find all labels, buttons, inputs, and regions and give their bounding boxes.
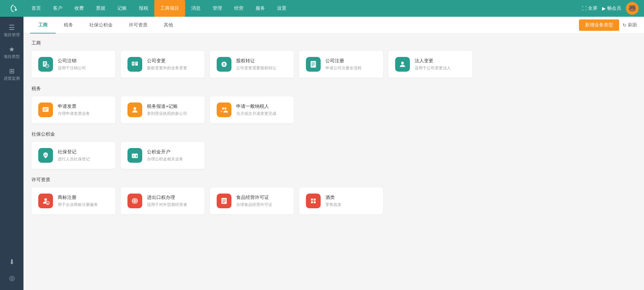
card-legal-person-change[interactable]: 法人变更 适用于公司变更法人 bbox=[388, 51, 472, 78]
card-icon-company-change bbox=[127, 57, 142, 72]
card-food-license[interactable]: 食品经营许可证 办理食品经营许可证 bbox=[210, 188, 294, 214]
nav-manage[interactable]: 管理 bbox=[207, 0, 228, 17]
section-tax: 税务 申请发票 办理申请发票业务 bbox=[32, 86, 636, 123]
sidebar-bottom: ⬇ ◎ bbox=[5, 255, 18, 290]
nav-industry[interactable]: 工商项目 bbox=[154, 0, 185, 17]
card-social-security-register[interactable]: 社保登记 进行人员社保登记 bbox=[32, 142, 115, 169]
top-nav-right: ⛶ 全屏 ▶ 畅会员 🐻 bbox=[582, 2, 639, 15]
tab-bar: 工商 税务 社保公积金 许可资质 其他 新增业务类型 ↻ 刷新 bbox=[23, 17, 644, 33]
nav-operation[interactable]: 经营 bbox=[228, 0, 250, 17]
svg-rect-26 bbox=[132, 154, 138, 155]
sidebar-item-progress[interactable]: ⊞ 进度监测 bbox=[0, 64, 23, 85]
main-layout: ☰ 项目管理 ★ 项目类型 ⊞ 进度监测 ⬇ ◎ 工商 税务 社保公 bbox=[0, 17, 644, 290]
svg-rect-42 bbox=[314, 199, 316, 201]
add-type-button[interactable]: 新增业务类型 bbox=[579, 19, 619, 31]
svg-point-18 bbox=[401, 62, 404, 64]
download-icon: ⬇ bbox=[9, 258, 15, 266]
sidebar-item-project-type[interactable]: ★ 项目类型 bbox=[0, 42, 23, 64]
nav-accounting[interactable]: 记账 bbox=[111, 0, 133, 17]
download-button[interactable]: ⬇ bbox=[5, 255, 18, 269]
vip-label: 畅会员 bbox=[607, 5, 621, 11]
card-title: 申请一般纳税人 bbox=[236, 103, 276, 110]
card-desc: 办理公积金相关业务 bbox=[147, 156, 183, 162]
svg-rect-44 bbox=[314, 201, 316, 203]
nav-settings[interactable]: 设置 bbox=[271, 0, 292, 17]
card-text-import-export: 进出口权办理 适用于对外贸易经营者 bbox=[147, 195, 187, 208]
nav-tax[interactable]: 报税 bbox=[133, 0, 154, 17]
nav-client[interactable]: 客户 bbox=[47, 0, 68, 17]
nav-items: 首页 客户 收费 票据 记账 报税 工商项目 消息 管理 经营 服务 设置 bbox=[25, 0, 582, 17]
nav-message[interactable]: 消息 bbox=[185, 0, 207, 17]
tab-other[interactable]: 其他 bbox=[156, 17, 181, 33]
card-text-legal-person-change: 法人变更 适用于公司变更法人 bbox=[415, 58, 451, 71]
section-title-tax: 税务 bbox=[32, 86, 636, 92]
sidebar-item-label: 项目类型 bbox=[4, 54, 20, 60]
svg-point-22 bbox=[133, 107, 136, 110]
card-text-alcohol: 酒类 零售批发 bbox=[325, 195, 341, 208]
card-equity-transfer[interactable]: ¥ 股权转让 公司变更需要股权转让 bbox=[210, 51, 294, 78]
location-button[interactable]: ◎ bbox=[5, 271, 18, 285]
nav-service[interactable]: 服务 bbox=[250, 0, 271, 17]
location-icon: ◎ bbox=[9, 274, 15, 282]
content-area: 工商 税务 社保公积金 许可资质 其他 新增业务类型 ↻ 刷新 工商 bbox=[23, 17, 644, 290]
project-manage-icon: ☰ bbox=[9, 24, 15, 31]
sidebar-item-project-manage[interactable]: ☰ 项目管理 bbox=[0, 20, 23, 42]
card-text-social-security-register: 社保登记 进行人员社保登记 bbox=[58, 149, 90, 162]
card-provident-fund-open[interactable]: 公积金开户 办理公积金相关业务 bbox=[121, 142, 205, 169]
svg-point-24 bbox=[224, 107, 226, 110]
card-text-company-cancel: 公司注销 适用于注销公司 bbox=[58, 58, 86, 71]
card-company-cancel[interactable]: 公司注销 适用于注销公司 bbox=[32, 51, 115, 78]
nav-home[interactable]: 首页 bbox=[25, 0, 47, 17]
card-apply-invoice[interactable]: 申请发票 办理申请发票业务 bbox=[32, 96, 115, 123]
svg-point-23 bbox=[222, 107, 224, 110]
card-desc: 股权变更外的业务变更 bbox=[147, 65, 187, 71]
card-trademark-register[interactable]: R 商标注册 用于企业商标注册服务 bbox=[32, 188, 115, 214]
card-text-trademark-register: 商标注册 用于企业商标注册服务 bbox=[58, 195, 98, 208]
logo bbox=[5, 4, 22, 13]
tab-bar-actions: 新增业务类型 ↻ 刷新 bbox=[579, 19, 637, 31]
card-import-export[interactable]: 进出口权办理 适用于对外贸易经营者 bbox=[121, 188, 205, 214]
top-navigation: 首页 客户 收费 票据 记账 报税 工商项目 消息 管理 经营 服务 设置 ⛶ … bbox=[0, 0, 644, 17]
cards-grid-industry: 公司注销 适用于注销公司 bbox=[32, 51, 636, 78]
svg-rect-37 bbox=[221, 198, 227, 204]
card-company-register[interactable]: 公司注册 申请公司注册全流程 bbox=[299, 51, 383, 78]
card-icon-apply-invoice bbox=[38, 102, 53, 117]
tab-license[interactable]: 许可资质 bbox=[121, 17, 156, 33]
section-title-industry: 工商 bbox=[32, 40, 636, 46]
card-alcohol[interactable]: 酒类 零售批发 bbox=[299, 188, 383, 214]
card-text-apply-invoice: 申请发票 办理申请发票业务 bbox=[58, 103, 90, 117]
nav-fee[interactable]: 收费 bbox=[68, 0, 90, 17]
card-icon-food-license bbox=[217, 194, 231, 208]
sidebar-item-label: 进度监测 bbox=[4, 76, 20, 81]
nav-bill[interactable]: 票据 bbox=[90, 0, 111, 17]
refresh-button[interactable]: ↻ 刷新 bbox=[623, 22, 637, 28]
card-tax-report-accounting[interactable]: 税务报道+记账 拿到营业执照的新公司 bbox=[121, 96, 205, 123]
card-icon-import-export bbox=[127, 194, 142, 208]
refresh-icon: ↻ bbox=[623, 22, 627, 28]
card-icon-apply-general-taxpayer bbox=[217, 102, 231, 117]
card-desc: 拿到营业执照的新公司 bbox=[147, 111, 187, 117]
card-apply-general-taxpayer[interactable]: 申请一般纳税人 当月或次月成变更完成 bbox=[210, 96, 294, 123]
card-desc: 零售批发 bbox=[325, 202, 341, 208]
mascot-avatar[interactable]: 🐻 bbox=[626, 2, 639, 15]
fullscreen-button[interactable]: ⛶ 全屏 bbox=[582, 5, 597, 11]
card-title: 法人变更 bbox=[415, 58, 451, 64]
svg-point-0 bbox=[15, 9, 17, 11]
tab-tax[interactable]: 税务 bbox=[56, 17, 81, 33]
card-desc: 适用于对外贸易经营者 bbox=[147, 202, 187, 208]
svg-rect-8 bbox=[135, 62, 138, 66]
scroll-content[interactable]: 工商 bbox=[23, 33, 644, 290]
card-desc: 当月或次月成变更完成 bbox=[236, 111, 276, 117]
card-title: 公司注销 bbox=[58, 58, 86, 64]
fullscreen-icon: ⛶ bbox=[582, 6, 587, 11]
card-company-change[interactable]: 公司变更 股权变更外的业务变更 bbox=[121, 51, 205, 78]
vip-button[interactable]: ▶ 畅会员 bbox=[602, 5, 621, 11]
fullscreen-label: 全屏 bbox=[588, 5, 597, 11]
tab-social-security[interactable]: 社保公积金 bbox=[81, 17, 121, 33]
card-title: 税务报道+记账 bbox=[147, 103, 187, 110]
tab-industry[interactable]: 工商 bbox=[30, 17, 56, 33]
card-icon-legal-person-change bbox=[395, 57, 410, 72]
card-title: 公司变更 bbox=[147, 58, 187, 64]
card-text-apply-general-taxpayer: 申请一般纳税人 当月或次月成变更完成 bbox=[236, 103, 276, 117]
card-icon-equity-transfer: ¥ bbox=[217, 57, 231, 72]
